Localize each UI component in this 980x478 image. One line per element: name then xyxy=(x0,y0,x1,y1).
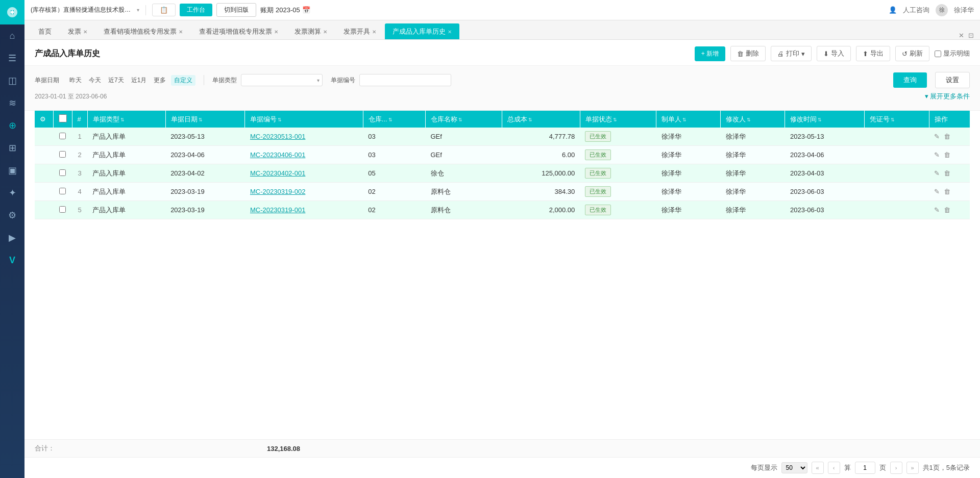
row-number-link[interactable]: MC-20230402-001 xyxy=(250,169,305,177)
row-number[interactable]: MC-20230319-001 xyxy=(245,201,363,219)
col-settings[interactable]: ⚙ xyxy=(35,111,53,128)
type-select[interactable]: 产品入库单 xyxy=(241,74,323,86)
row-number[interactable]: MC-20230406-001 xyxy=(245,146,363,164)
next-page-btn[interactable]: › xyxy=(890,462,902,474)
expand-more-btn[interactable]: ▾ 展开更多条件 xyxy=(925,92,970,101)
sidebar-item-stamp[interactable]: ✦ xyxy=(0,182,24,204)
tab-check-sales[interactable]: 查看销项增值税专用发票 ✕ xyxy=(96,23,190,39)
tab-expand[interactable]: ⊡ xyxy=(968,32,974,39)
sidebar-item-v[interactable]: V xyxy=(0,249,24,271)
tab-check-purchase-close[interactable]: ✕ xyxy=(274,29,278,35)
app-logo[interactable] xyxy=(0,0,24,24)
sidebar-item-home[interactable]: ⌂ xyxy=(0,24,24,47)
row-number-link[interactable]: MC-20230319-001 xyxy=(250,206,305,214)
settings-icon[interactable]: ⚙ xyxy=(40,115,46,123)
sidebar-item-grid[interactable]: ⊞ xyxy=(0,137,24,159)
sidebar-item-lock[interactable]: ⊕ xyxy=(0,114,24,137)
page-number-input[interactable]: 1 xyxy=(855,462,875,474)
tab-product-history-close[interactable]: ✕ xyxy=(448,29,452,35)
number-input[interactable] xyxy=(359,74,451,86)
import-button[interactable]: ⬇ 导入 xyxy=(817,46,851,61)
refresh-button[interactable]: ↺ 刷新 xyxy=(895,46,929,61)
sidebar-item-box[interactable]: ▣ xyxy=(0,159,24,182)
shortcut-yesterday[interactable]: 昨天 xyxy=(67,75,84,86)
tab-invoice-open-close[interactable]: ✕ xyxy=(372,29,376,35)
row-number-link[interactable]: MC-20230406-001 xyxy=(250,151,305,159)
shortcut-7days[interactable]: 近7天 xyxy=(106,75,126,86)
tab-product-history[interactable]: 产成品入库单历史 ✕ xyxy=(385,23,459,39)
help-icon[interactable]: 👤 xyxy=(889,6,897,14)
col-voucher[interactable]: 凭证号⇅ xyxy=(865,111,929,128)
col-date[interactable]: 单据日期⇅ xyxy=(165,111,245,128)
sidebar-item-play[interactable]: ▶ xyxy=(0,227,24,249)
row-delete-icon[interactable]: 🗑 xyxy=(944,151,950,159)
dropdown-icon[interactable]: ▾ xyxy=(137,7,139,13)
col-total-cost[interactable]: 总成本⇅ xyxy=(502,111,580,128)
row-edit-icon[interactable]: ✎ xyxy=(934,133,940,140)
tab-check-sales-close[interactable]: ✕ xyxy=(179,29,183,35)
col-modify-time[interactable]: 修改时间⇅ xyxy=(785,111,865,128)
row-checkbox-cell[interactable] xyxy=(53,146,72,164)
shortcut-today[interactable]: 今天 xyxy=(87,75,103,86)
shortcut-custom[interactable]: 自定义 xyxy=(171,75,195,86)
row-number-link[interactable]: MC-20230319-002 xyxy=(250,188,305,195)
row-delete-icon[interactable]: 🗑 xyxy=(944,133,950,140)
tab-invoice-open[interactable]: 发票开具 ✕ xyxy=(336,23,384,39)
tab-invoice-calc[interactable]: 发票测算 ✕ xyxy=(287,23,335,39)
show-detail-checkbox[interactable]: 显示明细 xyxy=(935,49,970,58)
row-edit-icon[interactable]: ✎ xyxy=(934,188,940,195)
tab-invoice-calc-close[interactable]: ✕ xyxy=(323,29,327,35)
query-button[interactable]: 查询 xyxy=(893,72,927,88)
tab-close-all[interactable]: ✕ xyxy=(959,32,964,39)
show-detail-input[interactable] xyxy=(935,51,941,57)
col-number[interactable]: 单据编号⇅ xyxy=(245,111,363,128)
row-checkbox-cell[interactable] xyxy=(53,164,72,183)
tab-invoice-close[interactable]: ✕ xyxy=(83,29,87,35)
workbench-button[interactable]: 工作台 xyxy=(180,4,212,16)
col-warehouse-code[interactable]: 仓库...⇅ xyxy=(363,111,425,128)
row-checkbox-cell[interactable] xyxy=(53,201,72,219)
export-button[interactable]: ⬆ 导出 xyxy=(856,46,890,61)
sidebar-item-settings[interactable]: ⚙ xyxy=(0,204,24,227)
row-delete-icon[interactable]: 🗑 xyxy=(944,206,950,214)
sidebar-item-chart[interactable]: ◫ xyxy=(0,69,24,92)
row-checkbox[interactable] xyxy=(59,169,66,176)
row-edit-icon[interactable]: ✎ xyxy=(934,206,940,214)
row-edit-icon[interactable]: ✎ xyxy=(934,151,940,159)
row-checkbox[interactable] xyxy=(59,206,66,213)
prev-page-btn[interactable]: ‹ xyxy=(828,462,840,474)
new-button[interactable]: + 新增 xyxy=(695,46,725,61)
shortcut-more[interactable]: 更多 xyxy=(152,75,168,86)
first-page-btn[interactable]: « xyxy=(812,462,824,474)
row-checkbox-cell[interactable] xyxy=(53,183,72,201)
row-checkbox[interactable] xyxy=(59,133,66,139)
set-button[interactable]: 设置 xyxy=(935,72,970,88)
tab-invoice[interactable]: 发票 ✕ xyxy=(60,23,95,39)
tab-home[interactable]: 首页 xyxy=(31,23,59,39)
col-warehouse-name[interactable]: 仓库名称⇅ xyxy=(426,111,502,128)
col-type[interactable]: 单据类型⇅ xyxy=(87,111,165,128)
calendar-icon[interactable]: 📅 xyxy=(302,6,310,14)
tab-check-purchase[interactable]: 查看进项增值税专用发票 ✕ xyxy=(191,23,286,39)
row-edit-icon[interactable]: ✎ xyxy=(934,169,940,177)
print-dropdown-icon[interactable]: ▾ xyxy=(801,50,805,58)
select-all-checkbox[interactable] xyxy=(59,114,67,122)
row-delete-icon[interactable]: 🗑 xyxy=(944,169,950,177)
shortcut-1month[interactable]: 近1月 xyxy=(129,75,149,86)
row-number[interactable]: MC-20230402-001 xyxy=(245,164,363,183)
col-status[interactable]: 单据状态⇅ xyxy=(580,111,656,128)
per-page-select[interactable]: 50 100 200 xyxy=(781,462,807,473)
col-modifier[interactable]: 修改人⇅ xyxy=(721,111,785,128)
col-checkbox[interactable] xyxy=(53,111,72,128)
row-number-link[interactable]: MC-20230513-001 xyxy=(250,133,305,140)
document-btn[interactable]: 📋 xyxy=(152,4,176,16)
row-checkbox-cell[interactable] xyxy=(53,128,72,146)
row-checkbox[interactable] xyxy=(59,188,66,194)
switch-version-button[interactable]: 切到旧版 xyxy=(216,3,256,17)
row-number[interactable]: MC-20230319-002 xyxy=(245,183,363,201)
sidebar-item-doc[interactable]: ☰ xyxy=(0,47,24,69)
print-button[interactable]: 🖨 打印 ▾ xyxy=(771,46,812,61)
sidebar-item-analytics[interactable]: ≋ xyxy=(0,92,24,114)
help-label[interactable]: 人工咨询 xyxy=(903,6,929,15)
user-label[interactable]: 徐泽华 xyxy=(954,6,974,15)
